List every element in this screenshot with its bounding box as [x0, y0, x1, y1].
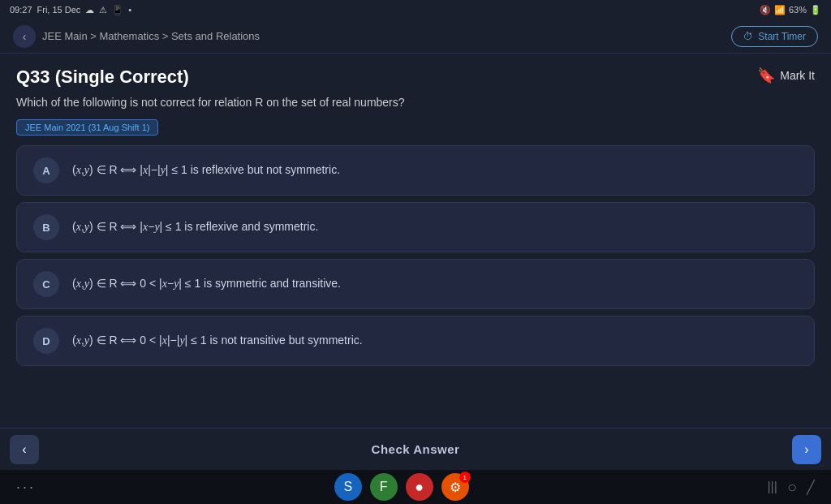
mark-it-button[interactable]: 🔖 Mark It — [757, 67, 815, 84]
status-left: 09:27 Fri, 15 Dec ☁ ⚠ 📱 • — [10, 5, 131, 15]
bottom-bar: ‹ Check Answer › — [0, 428, 831, 470]
breadcrumb: JEE Main > Mathematics > Sets and Relati… — [42, 30, 260, 42]
question-title: Q33 (Single Correct) — [16, 67, 189, 88]
signal-icon: 📶 — [774, 5, 786, 15]
back-button[interactable]: ‹ — [13, 25, 36, 48]
tag-label: JEE Main 2021 (31 Aug Shift 1) — [16, 119, 158, 136]
taskbar-circle-icon: ○ — [787, 478, 797, 497]
start-timer-label: Start Timer — [758, 31, 806, 42]
nav-left: ‹ JEE Main > Mathematics > Sets and Rela… — [13, 25, 260, 48]
option-a-card[interactable]: A (x,y) ∈ R ⟺ |x|−|y| ≤ 1 is reflexive b… — [16, 145, 815, 196]
prev-icon: ‹ — [22, 442, 26, 457]
status-bar: 09:27 Fri, 15 Dec ☁ ⚠ 📱 • 🔇 📶 63% 🔋 — [0, 0, 831, 19]
taskbar-right: ||| ○ ╱ — [767, 478, 815, 497]
option-c-text: (x,y) ∈ R ⟺ 0 < |x−y| ≤ 1 is symmetric a… — [72, 276, 341, 292]
option-b-letter: B — [33, 214, 59, 240]
question-header: Q33 (Single Correct) 🔖 Mark It — [16, 67, 815, 88]
taskbar-left: ··· — [16, 479, 36, 496]
main-content: Q33 (Single Correct) 🔖 Mark It Which of … — [0, 54, 831, 428]
date: Fri, 15 Dec — [37, 5, 81, 15]
app-icon-2[interactable]: F — [370, 473, 398, 501]
option-a-text: (x,y) ∈ R ⟺ |x|−|y| ≤ 1 is reflexive but… — [72, 162, 340, 179]
option-d-letter: D — [33, 328, 59, 354]
options-container: A (x,y) ∈ R ⟺ |x|−|y| ≤ 1 is reflexive b… — [16, 145, 815, 421]
cloud-icon: ☁ — [85, 5, 94, 15]
taskbar-bars-icon: ||| — [767, 480, 777, 494]
taskbar: ··· S F ● ⚙ 1 ||| ○ ╱ — [0, 470, 831, 504]
app-icon-3[interactable]: ● — [406, 473, 433, 501]
option-d-card[interactable]: D (x,y) ∈ R ⟺ 0 < |x|−|y| ≤ 1 is not tra… — [16, 316, 815, 366]
timer-icon: ⏱ — [743, 31, 753, 42]
taskbar-arrow-icon: ╱ — [807, 480, 815, 495]
prev-button[interactable]: ‹ — [10, 435, 39, 464]
next-icon: › — [804, 442, 808, 457]
device-icon: 📱 — [112, 5, 123, 15]
option-a-letter: A — [33, 157, 59, 183]
dot-icon: • — [128, 5, 131, 15]
battery-level: 63% — [789, 5, 807, 15]
question-tag: JEE Main 2021 (31 Aug Shift 1) — [16, 119, 815, 145]
start-timer-button[interactable]: ⏱ Start Timer — [731, 26, 818, 47]
option-c-card[interactable]: C (x,y) ∈ R ⟺ 0 < |x−y| ≤ 1 is symmetric… — [16, 259, 815, 309]
status-right: 🔇 📶 63% 🔋 — [760, 5, 821, 15]
option-c-letter: C — [33, 271, 59, 297]
time: 09:27 — [10, 5, 32, 15]
taskbar-apps: S F ● ⚙ 1 — [334, 473, 469, 501]
next-button[interactable]: › — [792, 435, 821, 464]
app-icon-1[interactable]: S — [334, 473, 362, 501]
notification-badge: 1 — [459, 472, 471, 483]
option-d-text: (x,y) ∈ R ⟺ 0 < |x|−|y| ≤ 1 is not trans… — [72, 333, 363, 349]
check-answer-button[interactable]: Check Answer — [372, 442, 460, 456]
menu-dots: ··· — [16, 479, 36, 496]
mark-it-label: Mark It — [780, 69, 815, 82]
nav-bar: ‹ JEE Main > Mathematics > Sets and Rela… — [0, 19, 831, 54]
battery-icon: 🔋 — [810, 5, 821, 15]
mute-icon: 🔇 — [760, 5, 771, 15]
option-b-card[interactable]: B (x,y) ∈ R ⟺ |x−y| ≤ 1 is reflexive and… — [16, 202, 815, 252]
option-b-text: (x,y) ∈ R ⟺ |x−y| ≤ 1 is reflexive and s… — [72, 219, 318, 235]
question-text: Which of the following is not correct fo… — [16, 94, 815, 111]
bookmark-icon: 🔖 — [757, 67, 775, 84]
app-icon-4-wrapper: ⚙ 1 — [441, 473, 469, 501]
alert-icon: ⚠ — [99, 5, 107, 15]
